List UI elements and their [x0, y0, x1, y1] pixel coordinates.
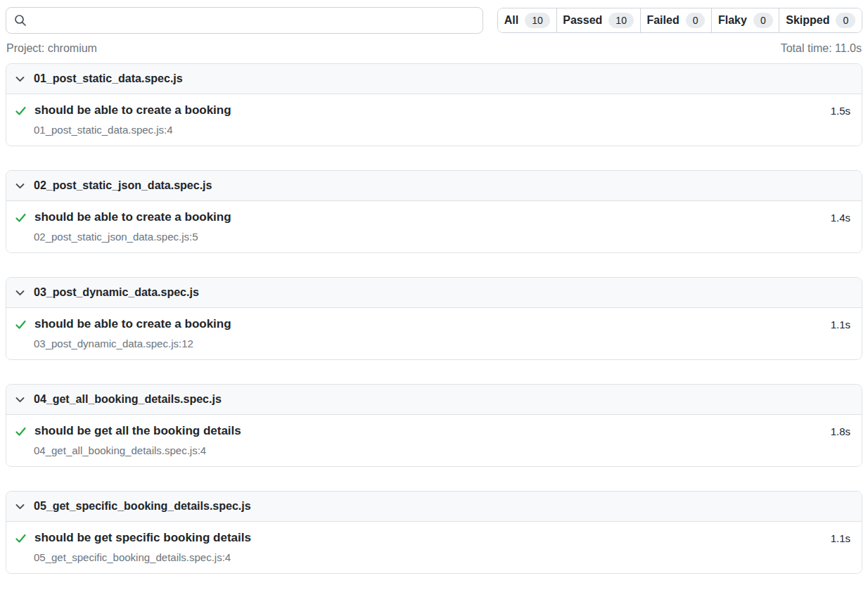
- tab-failed-count-badge: 0: [686, 13, 706, 29]
- chevron-down-icon: [15, 74, 25, 84]
- check-icon: [15, 532, 27, 544]
- test-title-row: should be able to create a booking 1.1s: [15, 317, 850, 331]
- test-file-card: 02_post_static_json_data.spec.js should …: [6, 170, 862, 253]
- tab-flaky-count-badge: 0: [753, 13, 773, 29]
- chevron-down-icon: [15, 501, 25, 512]
- tab-skipped[interactable]: Skipped 0: [779, 8, 862, 32]
- total-time-label: Total time: 11.0s: [781, 42, 862, 55]
- tab-all-count-badge: 10: [525, 13, 550, 29]
- test-file-card: 05_get_specific_booking_details.spec.js …: [6, 491, 862, 574]
- check-icon: [15, 319, 27, 330]
- tab-skipped-count-badge: 0: [836, 13, 855, 29]
- search-icon: [13, 13, 27, 27]
- test-file-header[interactable]: 01_post_static_data.spec.js: [6, 64, 862, 94]
- test-file-card-list: 01_post_static_data.spec.js should be ab…: [6, 63, 862, 574]
- chevron-down-icon: [15, 394, 25, 405]
- test-file-header[interactable]: 04_get_all_booking_details.spec.js: [6, 385, 862, 415]
- project-label: Project: chromium: [6, 42, 97, 55]
- test-title-link[interactable]: should be able to create a booking: [34, 103, 823, 117]
- filter-tabs: All 10 Passed 10 Failed 0 Flaky 0 Skippe…: [497, 8, 862, 33]
- test-file-name: 01_post_static_data.spec.js: [34, 72, 183, 85]
- header-row: All 10 Passed 10 Failed 0 Flaky 0 Skippe…: [6, 7, 862, 34]
- check-icon: [15, 425, 27, 437]
- test-title-row: should be get specific booking details 1…: [15, 531, 850, 545]
- tab-skipped-label: Skipped: [786, 14, 829, 27]
- chevron-down-icon: [15, 288, 25, 298]
- test-file-name: 04_get_all_booking_details.spec.js: [34, 393, 222, 406]
- test-file-header[interactable]: 03_post_dynamic_data.spec.js: [6, 278, 862, 308]
- test-duration: 1.8s: [831, 425, 850, 437]
- test-location: 03_post_dynamic_data.spec.js:12: [34, 338, 850, 349]
- test-entry: should be get all the booking details 1.…: [6, 415, 862, 466]
- test-title-link[interactable]: should be get all the booking details: [34, 424, 823, 438]
- check-icon: [15, 212, 27, 224]
- test-title-link[interactable]: should be get specific booking details: [34, 531, 823, 545]
- test-title-row: should be able to create a booking 1.5s: [15, 103, 850, 117]
- search-container[interactable]: [6, 7, 483, 34]
- tab-flaky[interactable]: Flaky 0: [711, 8, 779, 32]
- tab-failed[interactable]: Failed 0: [640, 8, 712, 32]
- test-file-name: 02_post_static_json_data.spec.js: [34, 179, 212, 192]
- test-file-card: 01_post_static_data.spec.js should be ab…: [6, 63, 862, 146]
- tab-flaky-label: Flaky: [718, 14, 747, 27]
- test-duration: 1.1s: [831, 319, 850, 330]
- test-title-link[interactable]: should be able to create a booking: [34, 210, 823, 224]
- test-file-name: 05_get_specific_booking_details.spec.js: [34, 500, 251, 513]
- chevron-down-icon: [15, 181, 25, 191]
- test-file-card: 04_get_all_booking_details.spec.js shoul…: [6, 384, 862, 467]
- test-entry: should be able to create a booking 1.1s …: [6, 308, 862, 359]
- test-duration: 1.1s: [831, 532, 850, 544]
- test-entry: should be able to create a booking 1.5s …: [6, 94, 862, 146]
- test-location: 04_get_all_booking_details.spec.js:4: [34, 444, 850, 456]
- test-title-row: should be get all the booking details 1.…: [15, 424, 850, 438]
- test-duration: 1.4s: [831, 212, 850, 224]
- test-file-header[interactable]: 02_post_static_json_data.spec.js: [6, 171, 862, 201]
- test-report-page: All 10 Passed 10 Failed 0 Flaky 0 Skippe…: [0, 0, 868, 574]
- test-file-header[interactable]: 05_get_specific_booking_details.spec.js: [6, 492, 862, 522]
- tab-passed-count-badge: 10: [608, 13, 634, 29]
- test-file-card: 03_post_dynamic_data.spec.js should be a…: [6, 277, 862, 360]
- test-location: 01_post_static_data.spec.js:4: [34, 124, 850, 136]
- tab-all-label: All: [504, 14, 518, 27]
- tab-all[interactable]: All 10: [498, 8, 556, 32]
- test-file-name: 03_post_dynamic_data.spec.js: [34, 286, 199, 299]
- tab-passed[interactable]: Passed 10: [556, 8, 640, 32]
- test-duration: 1.5s: [831, 105, 850, 117]
- search-input[interactable]: [33, 8, 476, 33]
- test-entry: should be able to create a booking 1.4s …: [6, 201, 862, 252]
- test-location: 02_post_static_json_data.spec.js:5: [34, 231, 850, 243]
- meta-row: Project: chromium Total time: 11.0s: [6, 42, 862, 55]
- test-location: 05_get_specific_booking_details.spec.js:…: [34, 551, 850, 563]
- test-title-row: should be able to create a booking 1.4s: [15, 210, 850, 224]
- test-title-link[interactable]: should be able to create a booking: [34, 317, 823, 331]
- check-icon: [15, 105, 27, 117]
- tab-passed-label: Passed: [563, 14, 602, 27]
- tab-failed-label: Failed: [646, 14, 679, 27]
- test-entry: should be get specific booking details 1…: [6, 522, 862, 573]
